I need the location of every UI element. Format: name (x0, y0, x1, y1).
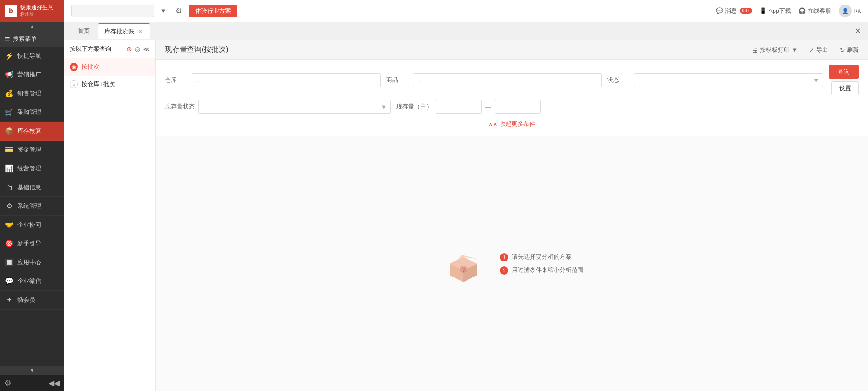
product-input[interactable]: ... (413, 73, 602, 87)
sidebar-item-finance[interactable]: 💳 资金管理 (0, 141, 64, 159)
svg-text:?: ? (462, 267, 465, 272)
content-area: 按以下方案查询 ⊕ ◎ ≪ ◉ 按批次 ○ 按仓库+批次 现存量查询(按批次) (64, 40, 868, 391)
sidebar-item-sales[interactable]: 💰 销售管理 (0, 84, 64, 103)
headset-icon: 🎧 (798, 7, 806, 14)
divider-1 (803, 46, 803, 54)
tab-panel-close-button[interactable]: ✕ (855, 27, 861, 35)
scheme-settings-icon[interactable]: ◎ (135, 45, 140, 53)
sidebar: b 畅康通好生意 标准版 ▲ ☰ 搜索菜单 ⚡ 快捷导航 📢 营销推广 💰 销售… (0, 0, 64, 391)
filter-area: 仓库 ... 商品 ... 状态 (156, 60, 868, 136)
add-scheme-icon[interactable]: ⊕ (126, 45, 132, 53)
divider-2 (834, 46, 834, 54)
sidebar-scroll-down[interactable]: ▼ (0, 366, 64, 375)
tip-1-text: 请先选择要分析的方案 (512, 253, 571, 261)
print-icon: 🖨 (752, 46, 758, 54)
sidebar-header: b 畅康通好生意 标准版 (0, 0, 64, 22)
sidebar-scroll-up[interactable]: ▲ (0, 22, 64, 31)
page-title-bar: 现存量查询(按批次) 🖨 按模板打印 ▼ ↗ 导出 ↻ 刷 (156, 40, 868, 60)
sidebar-item-enterprise[interactable]: 🤝 企业协同 (0, 216, 64, 234)
sidebar-item-label: 销售管理 (17, 89, 41, 98)
sidebar-item-newbie[interactable]: 🎯 新手引导 (0, 234, 64, 253)
sidebar-item-purchase[interactable]: 🛒 采购管理 (0, 103, 64, 122)
sidebar-item-member[interactable]: ✦ 畅会员 (0, 291, 64, 310)
app-download-button[interactable]: 📱 App下载 (759, 7, 791, 15)
sidebar-item-system[interactable]: ⚙ 系统管理 (0, 197, 64, 216)
warehouse-dots: ... (196, 77, 201, 84)
online-service-button[interactable]: 🎧 在线客服 (798, 7, 831, 15)
empty-state: ? 1 请先选择要分析的方案 2 用过滤条件来缩小分析范围 (156, 136, 868, 391)
warehouse-input[interactable]: ... (192, 73, 381, 87)
filter-buttons: 查询 设置 (829, 65, 859, 95)
print-dropdown-icon[interactable]: ▼ (791, 46, 797, 53)
sidebar-item-operations[interactable]: 📊 经营管理 (0, 159, 64, 178)
query-button[interactable]: 查询 (829, 65, 859, 79)
sidebar-item-marketing[interactable]: 📢 营销推广 (0, 65, 64, 84)
print-by-template-label: 按模板打印 (760, 46, 790, 54)
filter-row-1: 仓库 ... 商品 ... 状态 (165, 65, 859, 95)
empty-state-inner: ? 1 请先选择要分析的方案 2 用过滤条件来缩小分析范围 (440, 241, 583, 287)
scheme-item-batch[interactable]: ◉ 按批次 (64, 58, 155, 76)
refresh-label: 刷新 (847, 46, 859, 54)
search-label: 搜索菜单 (13, 35, 37, 43)
try-industry-button[interactable]: 体验行业方案 (189, 5, 237, 17)
tip-2-num: 2 (500, 266, 508, 275)
sidebar-item-label: 应用中心 (17, 258, 41, 266)
settings-button[interactable]: 设置 (831, 81, 859, 95)
sidebar-item-enterprise-wechat[interactable]: 💬 企业微信 (0, 272, 64, 291)
status-select-arrow: ▼ (813, 77, 819, 84)
messages-label: 消息 (725, 7, 737, 15)
inventory-qty-to[interactable] (495, 100, 541, 114)
product-label: 商品 (386, 76, 409, 84)
sidebar-item-label: 新手引导 (17, 239, 41, 248)
left-panel-header: 按以下方案查询 ⊕ ◎ ≪ (64, 40, 155, 58)
sidebar-item-label: 快捷导航 (17, 52, 41, 60)
empty-tips: 1 请先选择要分析的方案 2 用过滤条件来缩小分析范围 (500, 253, 583, 275)
warehouse-filter: 仓库 ... (165, 73, 381, 87)
tab-close-icon[interactable]: ✕ (137, 28, 143, 35)
main-area: ▼ ⚙ 体验行业方案 💬 消息 99+ 📱 App下载 🎧 在线客服 👤 Rit (64, 0, 868, 391)
tab-home[interactable]: 首页 (71, 23, 96, 39)
left-panel: 按以下方案查询 ⊕ ◎ ≪ ◉ 按批次 ○ 按仓库+批次 (64, 40, 156, 391)
avatar: 👤 (839, 5, 852, 17)
tab-inventory-batch[interactable]: 库存批次账 ✕ (98, 23, 150, 39)
sidebar-item-app-center[interactable]: 🔲 应用中心 (0, 253, 64, 272)
export-button[interactable]: ↗ 导出 (809, 46, 828, 54)
sidebar-search[interactable]: ☰ 搜索菜单 (0, 31, 64, 47)
user-menu[interactable]: 👤 Rit (839, 5, 861, 17)
topbar-dropdown-icon[interactable]: ▼ (158, 5, 169, 16)
sidebar-item-inventory[interactable]: 📦 库存核算 (0, 122, 64, 141)
username-label: Rit (853, 7, 861, 14)
inventory-status-select[interactable]: ▼ (198, 100, 391, 114)
collapse-sidebar-icon[interactable]: ◀◀ (49, 379, 60, 387)
settings-icon[interactable]: ⚙ (5, 379, 11, 387)
scheme-inactive-icon: ○ (70, 80, 78, 88)
app-download-label: App下载 (769, 7, 791, 15)
sidebar-item-label: 系统管理 (17, 202, 41, 210)
finance-icon: 💳 (5, 146, 14, 154)
marketing-icon: 📢 (5, 71, 14, 79)
topbar-left: ▼ ⚙ 体验行业方案 (71, 5, 711, 17)
refresh-button[interactable]: ↻ 刷新 (840, 46, 859, 54)
topbar-right: 💬 消息 99+ 📱 App下载 🎧 在线客服 👤 Rit (716, 5, 861, 17)
sidebar-footer: ⚙ ◀◀ (0, 375, 64, 391)
topbar-search-bar[interactable] (71, 5, 154, 17)
right-panel: 现存量查询(按批次) 🖨 按模板打印 ▼ ↗ 导出 ↻ 刷 (156, 40, 868, 391)
tip-1-num: 1 (500, 253, 508, 261)
collapse-filters-button[interactable]: ∧∧ 收起更多条件 (165, 118, 859, 130)
message-icon: 💬 (716, 7, 723, 14)
empty-tip-2: 2 用过滤条件来缩小分析范围 (500, 266, 583, 275)
sidebar-item-basics[interactable]: 🗂 基础信息 (0, 178, 64, 197)
topbar-gear-icon[interactable]: ⚙ (172, 5, 185, 17)
scheme-item-warehouse-batch[interactable]: ○ 按仓库+批次 (64, 76, 155, 93)
inventory-qty-from[interactable] (436, 100, 482, 114)
quick-nav-icon: ⚡ (5, 52, 14, 60)
status-select[interactable]: ▼ (634, 73, 823, 87)
sidebar-item-quick-nav[interactable]: ⚡ 快捷导航 (0, 47, 64, 65)
print-by-template-button[interactable]: 🖨 按模板打印 ▼ (752, 46, 797, 54)
messages-button[interactable]: 💬 消息 99+ (716, 7, 752, 15)
tab-close-panel: ✕ (855, 27, 861, 35)
scheme-warehouse-batch-label: 按仓库+批次 (82, 80, 115, 88)
range-dash: — (485, 103, 491, 110)
collapse-left-panel-icon[interactable]: ≪ (143, 45, 150, 53)
inventory-qty-label: 现存量（主） (396, 103, 432, 111)
